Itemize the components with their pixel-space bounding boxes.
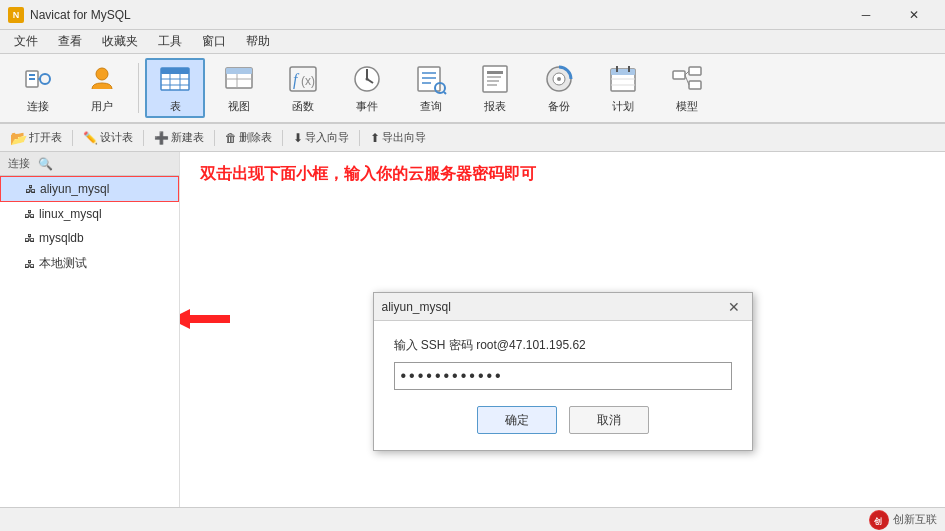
close-button[interactable]: ✕ [891, 5, 937, 25]
dialog-overlay: aliyun_mysql ✕ 输入 SSH 密码 root@47.101.195… [180, 152, 945, 531]
query-icon [415, 63, 447, 95]
svg-rect-23 [418, 67, 440, 91]
schedule-icon [607, 63, 639, 95]
toolbar-report-button[interactable]: 报表 [465, 58, 525, 118]
delete-table-button[interactable]: 🗑 删除表 [221, 128, 276, 147]
toolbar-connect-button[interactable]: 连接 [8, 58, 68, 118]
local-icon: 🖧 [24, 258, 35, 270]
dialog-title: aliyun_mysql [382, 300, 724, 314]
toolbar-table-button[interactable]: 表 [145, 58, 205, 118]
view-label: 视图 [228, 99, 250, 114]
backup-icon [543, 63, 575, 95]
menu-help[interactable]: 帮助 [236, 31, 280, 53]
minimize-button[interactable]: ─ [843, 5, 889, 25]
menu-view[interactable]: 查看 [48, 31, 92, 53]
table-label: 表 [170, 99, 181, 114]
ssh-password-input[interactable] [394, 362, 732, 390]
event-label: 事件 [356, 99, 378, 114]
mysqldb-label: mysqldb [39, 231, 84, 245]
svg-rect-1 [29, 74, 35, 76]
aliyun-label: aliyun_mysql [40, 182, 109, 196]
toolbar: 连接 用户 表 [0, 54, 945, 124]
event-icon [351, 63, 383, 95]
action-bar: 📂 打开表 ✏️ 设计表 ➕ 新建表 🗑 删除表 ⬇ 导入向导 ⬆ 导出向导 [0, 124, 945, 152]
app-title: Navicat for MySQL [30, 8, 843, 22]
design-table-icon: ✏️ [83, 131, 98, 145]
toolbar-query-button[interactable]: 查询 [401, 58, 461, 118]
content-area: 连接 🔍 🖧 aliyun_mysql 🖧 linux_mysql 🖧 mysq… [0, 152, 945, 531]
watermark-text: 创新互联 [893, 512, 937, 527]
title-bar: N Navicat for MySQL ─ ✕ [0, 0, 945, 30]
svg-point-5 [96, 68, 108, 80]
action-sep-1 [72, 130, 73, 146]
svg-rect-44 [689, 67, 701, 75]
query-label: 查询 [420, 99, 442, 114]
action-sep-5 [359, 130, 360, 146]
action-sep-3 [214, 130, 215, 146]
svg-rect-30 [487, 71, 503, 74]
dialog-cancel-button[interactable]: 取消 [569, 406, 649, 434]
linux-label: linux_mysql [39, 207, 102, 221]
design-table-label: 设计表 [100, 130, 133, 145]
svg-line-28 [444, 92, 446, 94]
sidebar-item-linux[interactable]: 🖧 linux_mysql [0, 202, 179, 226]
sidebar-item-aliyun[interactable]: 🖧 aliyun_mysql [0, 176, 179, 202]
function-icon: f (x) [287, 63, 319, 95]
sidebar-item-local[interactable]: 🖧 本地测试 [0, 250, 179, 277]
svg-rect-7 [161, 68, 189, 74]
export-icon: ⬆ [370, 131, 380, 145]
report-icon [479, 63, 511, 95]
open-table-button[interactable]: 📂 打开表 [6, 128, 66, 148]
toolbar-event-button[interactable]: 事件 [337, 58, 397, 118]
svg-point-22 [366, 77, 369, 80]
import-wizard-button[interactable]: ⬇ 导入向导 [289, 128, 353, 147]
mysqldb-icon: 🖧 [24, 232, 35, 244]
window-controls: ─ ✕ [843, 5, 937, 25]
svg-rect-32 [487, 80, 499, 82]
export-label: 导出向导 [382, 130, 426, 145]
toolbar-schedule-button[interactable]: 计划 [593, 58, 653, 118]
open-table-label: 打开表 [29, 130, 62, 145]
red-arrow-icon [180, 307, 230, 331]
menu-favorites[interactable]: 收藏夹 [92, 31, 148, 53]
sidebar-item-mysqldb[interactable]: 🖧 mysqldb [0, 226, 179, 250]
menu-window[interactable]: 窗口 [192, 31, 236, 53]
toolbar-view-button[interactable]: 视图 [209, 58, 269, 118]
svg-point-3 [40, 74, 50, 84]
menu-file[interactable]: 文件 [4, 31, 48, 53]
toolbar-model-button[interactable]: 模型 [657, 58, 717, 118]
design-table-button[interactable]: ✏️ 设计表 [79, 128, 137, 147]
action-sep-4 [282, 130, 283, 146]
svg-rect-33 [487, 84, 497, 86]
delete-table-icon: 🗑 [225, 131, 237, 145]
svg-marker-48 [180, 309, 230, 329]
schedule-label: 计划 [612, 99, 634, 114]
dialog-confirm-button[interactable]: 确定 [477, 406, 557, 434]
aliyun-icon: 🖧 [25, 183, 36, 195]
toolbar-backup-button[interactable]: 备份 [529, 58, 589, 118]
watermark: 创 创新互联 [869, 510, 937, 530]
open-table-icon: 📂 [10, 130, 27, 146]
watermark-logo: 创 [869, 510, 889, 530]
toolbar-function-button[interactable]: f (x) 函数 [273, 58, 333, 118]
local-label: 本地测试 [39, 255, 87, 272]
svg-rect-38 [611, 69, 635, 75]
new-table-label: 新建表 [171, 130, 204, 145]
toolbar-separator-1 [138, 63, 139, 113]
new-table-button[interactable]: ➕ 新建表 [150, 128, 208, 147]
dialog-close-button[interactable]: ✕ [724, 297, 744, 317]
svg-rect-43 [673, 71, 685, 79]
menu-tools[interactable]: 工具 [148, 31, 192, 53]
ssh-dialog: aliyun_mysql ✕ 输入 SSH 密码 root@47.101.195… [373, 292, 753, 451]
app-icon: N [8, 7, 24, 23]
user-icon [86, 63, 118, 95]
new-table-icon: ➕ [154, 131, 169, 145]
user-label: 用户 [91, 99, 113, 114]
linux-icon: 🖧 [24, 208, 35, 220]
svg-rect-31 [487, 76, 501, 78]
toolbar-user-button[interactable]: 用户 [72, 58, 132, 118]
dialog-ssh-label: 输入 SSH 密码 root@47.101.195.62 [394, 337, 732, 354]
export-wizard-button[interactable]: ⬆ 导出向导 [366, 128, 430, 147]
sidebar-header-label: 连接 [8, 156, 30, 171]
svg-rect-2 [29, 78, 35, 80]
